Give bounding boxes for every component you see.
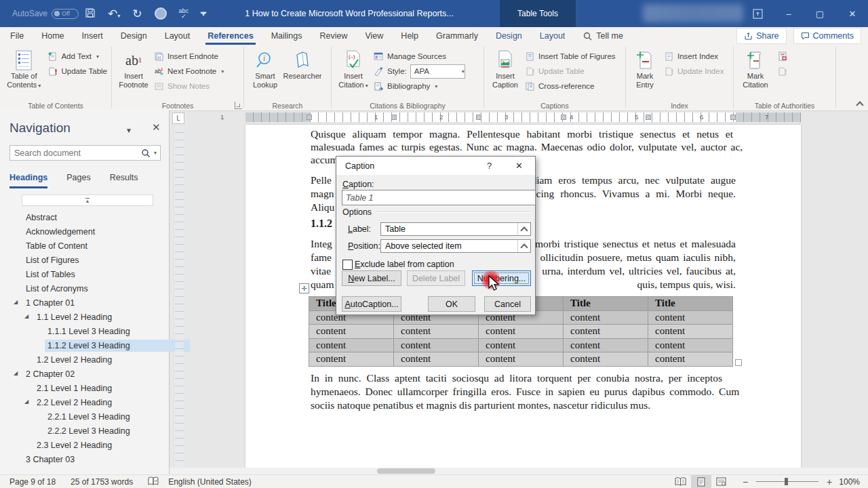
tell-me-search[interactable]: Tell me (583, 31, 623, 41)
nav-item[interactable]: Table of Content (0, 239, 168, 253)
new-label-button[interactable]: New Label... (342, 270, 401, 286)
undo-icon[interactable]: ↶▾ (108, 8, 120, 20)
insert-caption-button[interactable]: Insert Caption (488, 47, 522, 89)
tab-design[interactable]: Design (120, 27, 148, 45)
table-move-handle[interactable]: ✛ (299, 283, 309, 293)
nav-item[interactable]: Acknowledgement (0, 224, 168, 239)
navigation-options-caret-icon[interactable]: ▼ (125, 127, 132, 134)
zoom-slider[interactable] (756, 481, 818, 482)
tab-stop-selector[interactable]: L (172, 113, 184, 124)
table-column-marker[interactable] (307, 115, 312, 120)
insert-table-of-authorities-button[interactable] (777, 49, 788, 64)
redo-icon[interactable]: ↻ (132, 8, 142, 20)
minimize-button[interactable]: – (777, 0, 800, 27)
comments-button[interactable]: Comments (793, 28, 861, 44)
collapse-ribbon-icon[interactable] (857, 100, 863, 108)
language-indicator[interactable]: English (United States) (168, 477, 252, 487)
position-dropdown[interactable]: Above selected item (380, 239, 531, 253)
update-table-button[interactable]: ! Update Table (47, 64, 107, 79)
collapse-triangle-icon[interactable]: ◢ (14, 370, 18, 376)
manage-sources-button[interactable]: Manage Sources (374, 49, 465, 64)
nav-item[interactable]: ◢1 Chapter 01 (0, 296, 168, 310)
web-layout-icon[interactable] (711, 475, 732, 488)
table-resize-handle[interactable] (735, 359, 742, 366)
dialog-title-bar[interactable]: Caption (336, 157, 535, 175)
nav-item[interactable]: 2.2.2 Level 3 Heading (0, 424, 168, 438)
zoom-in-icon[interactable]: + (824, 476, 835, 487)
insert-citation-button[interactable]: (–) Insert Citation▾ (336, 47, 371, 90)
bibliography-button[interactable]: Bibliography▾ (374, 79, 465, 94)
tab-grammarly[interactable]: Grammarly (435, 27, 479, 45)
cross-reference-button[interactable]: Cross-reference (525, 79, 616, 94)
nav-item[interactable]: Abstract (0, 210, 168, 224)
user-account-blurred[interactable] (643, 4, 743, 22)
smart-lookup-button[interactable]: i Smart Lookup (248, 47, 282, 89)
collapse-triangle-icon[interactable]: ◢ (24, 313, 28, 319)
autosave-toggle[interactable]: Off (52, 9, 79, 19)
table-column-marker[interactable] (646, 115, 651, 120)
tab-review[interactable]: Review (319, 27, 348, 45)
table-column-marker[interactable] (476, 115, 481, 120)
nav-item[interactable]: 2.3 Level 2 Heading (0, 438, 168, 452)
print-layout-icon[interactable] (691, 475, 711, 488)
dialog-close-icon[interactable]: ✕ (515, 161, 523, 171)
collapse-triangle-icon[interactable]: ◢ (24, 399, 28, 405)
nav-item[interactable]: 2.1 Level 1 Heading (0, 381, 168, 395)
table-column-marker[interactable] (391, 115, 397, 120)
search-input[interactable] (10, 148, 141, 159)
nav-item[interactable]: 1.1.1 Level 3 Heading (0, 324, 168, 338)
nav-item[interactable]: List of Figures (0, 253, 168, 267)
horizontal-scrollbar[interactable] (170, 468, 868, 474)
record-circle-icon[interactable] (155, 7, 167, 20)
table-column-marker[interactable] (561, 115, 566, 120)
tab-insert[interactable]: Insert (81, 27, 104, 45)
nav-item[interactable]: 1.2 Level 2 Heading (0, 352, 168, 367)
insert-footnote-button[interactable]: ab1 Insert Footnote (116, 47, 151, 89)
nav-item[interactable]: ◢1.1 Level 2 Heading (0, 310, 168, 324)
horizontal-scrollbar-thumb[interactable] (377, 468, 435, 474)
researcher-button[interactable]: Researcher (282, 47, 323, 81)
tab-references[interactable]: References (207, 27, 254, 45)
tab-table-layout[interactable]: Layout (539, 27, 566, 45)
nav-item[interactable]: 3 Chapter 03 (0, 452, 168, 466)
mark-citation-button[interactable]: Mark Citation (738, 47, 773, 89)
label-dropdown[interactable]: Table (380, 222, 531, 236)
word-count[interactable]: 25 of 1753 words (71, 477, 133, 487)
insert-table-of-figures-button[interactable]: Insert Table of Figures (525, 49, 616, 64)
nav-item[interactable]: 2.2.1 Level 3 Heading (0, 409, 168, 424)
search-options-caret-icon[interactable]: ▾ (154, 150, 157, 156)
mark-entry-button[interactable]: Mark Entry (630, 47, 660, 89)
insert-index-button[interactable]: Insert Index (664, 49, 724, 64)
tab-help[interactable]: Help (400, 27, 419, 45)
spelling-check-icon[interactable]: abc✓ (179, 8, 189, 19)
tab-mailings[interactable]: Mailings (271, 27, 303, 45)
navigation-close-icon[interactable]: ✕ (152, 121, 161, 134)
save-icon[interactable] (85, 7, 96, 20)
close-button[interactable]: ✕ (841, 0, 864, 27)
dialog-help-icon[interactable]: ? (487, 161, 492, 171)
read-mode-icon[interactable] (671, 475, 691, 488)
tab-layout[interactable]: Layout (164, 27, 191, 45)
cancel-button[interactable]: Cancel (484, 296, 531, 312)
jump-to-top-bar[interactable]: ▲ (22, 195, 153, 206)
autocaption-button[interactable]: AutoCaption... (342, 296, 401, 312)
share-button[interactable]: Share (736, 28, 786, 44)
zoom-level[interactable]: 100% (839, 477, 860, 487)
exclude-label-checkbox[interactable] (342, 260, 353, 270)
maximize-button[interactable]: ▢ (808, 0, 831, 27)
nav-tab-results[interactable]: Results (110, 173, 138, 188)
page-indicator[interactable]: Page 9 of 18 (9, 477, 56, 487)
nav-tab-pages[interactable]: Pages (66, 173, 90, 188)
tab-table-design[interactable]: Design (495, 27, 523, 45)
tab-home[interactable]: Home (41, 27, 64, 45)
caption-input[interactable] (342, 190, 536, 205)
proofing-icon[interactable] (148, 476, 159, 487)
collapse-triangle-icon[interactable]: ◢ (14, 299, 18, 305)
insert-endnote-button[interactable]: [i] Insert Endnote (154, 49, 224, 64)
table-column-marker[interactable] (730, 115, 736, 120)
nav-item[interactable]: List of Acronyms (0, 281, 168, 296)
table-of-contents-button[interactable]: Table of Contents▾ (4, 47, 43, 90)
nav-item[interactable]: List of Tables (0, 267, 168, 281)
tab-file[interactable]: File (9, 27, 24, 45)
citation-style-select[interactable]: APA ▾ (410, 64, 465, 79)
